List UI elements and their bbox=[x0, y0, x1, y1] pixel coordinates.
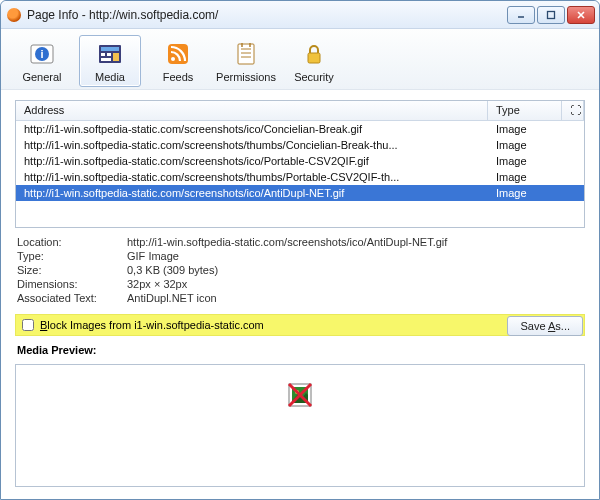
detail-label: Dimensions: bbox=[17, 278, 127, 290]
detail-value: 32px × 32px bbox=[127, 278, 583, 290]
tab-media[interactable]: Media bbox=[79, 35, 141, 87]
media-list: Address Type ⛶ http://i1-win.softpedia-s… bbox=[15, 100, 585, 228]
tab-feeds[interactable]: Feeds bbox=[147, 35, 209, 87]
close-button[interactable] bbox=[567, 6, 595, 24]
tab-general[interactable]: i General bbox=[11, 35, 73, 87]
content-area: Address Type ⛶ http://i1-win.softpedia-s… bbox=[1, 90, 599, 499]
column-type[interactable]: Type bbox=[488, 101, 562, 120]
detail-value: http://i1-win.softpedia-static.com/scree… bbox=[127, 236, 583, 248]
detail-label: Type: bbox=[17, 250, 127, 262]
table-row[interactable]: http://i1-win.softpedia-static.com/scree… bbox=[16, 137, 584, 153]
media-preview bbox=[15, 364, 585, 487]
table-row[interactable]: http://i1-win.softpedia-static.com/scree… bbox=[16, 169, 584, 185]
media-preview-label: Media Preview: bbox=[15, 342, 585, 356]
svg-rect-10 bbox=[107, 53, 111, 56]
window-title: Page Info - http://win.softpedia.com/ bbox=[27, 8, 507, 22]
broken-image-icon bbox=[286, 381, 314, 409]
svg-point-14 bbox=[171, 57, 175, 61]
table-row[interactable]: http://i1-win.softpedia-static.com/scree… bbox=[16, 153, 584, 169]
table-row[interactable]: http://i1-win.softpedia-static.com/scree… bbox=[16, 185, 584, 201]
app-favicon-icon bbox=[7, 8, 21, 22]
page-info-window: Page Info - http://win.softpedia.com/ i … bbox=[0, 0, 600, 500]
toolbar: i General Media Feeds Permissions Securi… bbox=[1, 29, 599, 90]
column-address[interactable]: Address bbox=[16, 101, 488, 120]
detail-value: AntiDupl.NET icon bbox=[127, 292, 583, 304]
tab-permissions-label: Permissions bbox=[216, 71, 276, 83]
svg-rect-19 bbox=[308, 53, 320, 63]
tab-feeds-label: Feeds bbox=[163, 71, 194, 83]
tab-permissions[interactable]: Permissions bbox=[215, 35, 277, 87]
svg-rect-8 bbox=[101, 47, 119, 51]
tab-security-label: Security bbox=[294, 71, 334, 83]
list-header: Address Type ⛶ bbox=[16, 101, 584, 121]
titlebar[interactable]: Page Info - http://win.softpedia.com/ bbox=[1, 1, 599, 29]
rss-icon bbox=[164, 40, 192, 68]
save-bar: Save As...Save As... bbox=[15, 316, 585, 336]
table-row[interactable]: http://i1-win.softpedia-static.com/scree… bbox=[16, 121, 584, 137]
minimize-button[interactable] bbox=[507, 6, 535, 24]
svg-rect-1 bbox=[548, 11, 555, 18]
window-buttons bbox=[507, 6, 595, 24]
detail-label: Associated Text: bbox=[17, 292, 127, 304]
save-as-button[interactable]: Save As...Save As... bbox=[507, 316, 583, 336]
column-expand-icon[interactable]: ⛶ bbox=[562, 101, 584, 120]
svg-rect-12 bbox=[101, 58, 111, 61]
detail-value: 0,3 KB (309 bytes) bbox=[127, 264, 583, 276]
svg-rect-9 bbox=[101, 53, 105, 56]
tab-security[interactable]: Security bbox=[283, 35, 345, 87]
detail-label: Size: bbox=[17, 264, 127, 276]
svg-rect-15 bbox=[238, 44, 254, 64]
svg-rect-11 bbox=[113, 53, 119, 61]
media-icon bbox=[96, 40, 124, 68]
lock-icon bbox=[300, 40, 328, 68]
tab-media-label: Media bbox=[95, 71, 125, 83]
maximize-button[interactable] bbox=[537, 6, 565, 24]
detail-label: Location: bbox=[17, 236, 127, 248]
info-icon: i bbox=[28, 40, 56, 68]
detail-value: GIF Image bbox=[127, 250, 583, 262]
list-body[interactable]: http://i1-win.softpedia-static.com/scree… bbox=[16, 121, 584, 227]
svg-text:i: i bbox=[40, 48, 43, 60]
permissions-icon bbox=[232, 40, 260, 68]
details-panel: Location:http://i1-win.softpedia-static.… bbox=[15, 234, 585, 308]
tab-general-label: General bbox=[22, 71, 61, 83]
